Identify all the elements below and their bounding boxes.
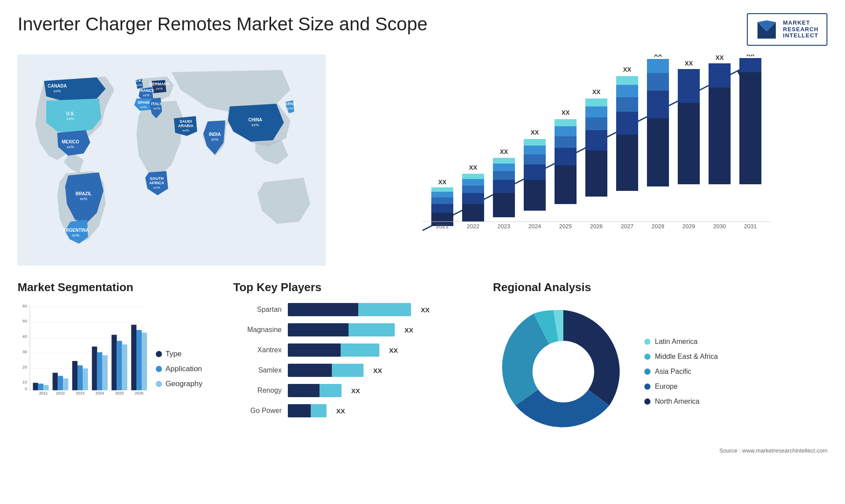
svg-text:xx%: xx% bbox=[156, 87, 162, 91]
svg-text:U.K.: U.K. bbox=[135, 78, 143, 83]
svg-rect-123 bbox=[52, 373, 58, 391]
svg-rect-141 bbox=[142, 332, 147, 390]
svg-rect-60 bbox=[524, 154, 546, 164]
svg-text:XX: XX bbox=[438, 179, 447, 186]
svg-rect-76 bbox=[585, 99, 607, 106]
svg-rect-47 bbox=[462, 179, 484, 186]
svg-text:XX: XX bbox=[746, 55, 755, 58]
svg-rect-100 bbox=[739, 72, 761, 184]
svg-text:xx%: xx% bbox=[211, 137, 218, 142]
svg-text:40: 40 bbox=[22, 334, 28, 339]
svg-rect-86 bbox=[647, 118, 669, 186]
player-bars-xantrex bbox=[288, 343, 379, 357]
svg-rect-62 bbox=[524, 139, 546, 146]
svg-text:xx%: xx% bbox=[140, 105, 147, 109]
regional-section: Regional Analysis bbox=[493, 281, 827, 454]
svg-rect-74 bbox=[585, 117, 607, 130]
svg-text:2021: 2021 bbox=[436, 223, 449, 230]
player-row-renogy: Renogy XX bbox=[233, 384, 475, 397]
svg-text:2027: 2027 bbox=[621, 223, 634, 230]
bar-dark-spartan bbox=[288, 303, 358, 316]
segmentation-chart: 60 50 40 30 20 10 0 bbox=[18, 300, 149, 397]
svg-rect-127 bbox=[72, 361, 77, 391]
svg-rect-61 bbox=[524, 146, 546, 154]
svg-text:CHINA: CHINA bbox=[248, 117, 262, 122]
player-name-renogy: Renogy bbox=[233, 387, 282, 394]
svg-rect-48 bbox=[462, 174, 484, 179]
svg-rect-46 bbox=[462, 186, 484, 193]
svg-text:JAPAN: JAPAN bbox=[283, 102, 296, 106]
svg-text:xx%: xx% bbox=[182, 128, 189, 132]
player-row-magnasine: Magnasine XX bbox=[233, 323, 475, 336]
svg-text:XX: XX bbox=[685, 60, 693, 67]
svg-text:xx%: xx% bbox=[72, 233, 79, 237]
legend-type-label: Type bbox=[165, 350, 182, 358]
logo: MARKET RESEARCH INTELLECT bbox=[747, 13, 827, 46]
svg-point-144 bbox=[533, 341, 594, 402]
svg-rect-39 bbox=[431, 197, 453, 204]
svg-rect-68 bbox=[555, 126, 577, 136]
svg-text:ARABIA: ARABIA bbox=[178, 124, 194, 128]
svg-text:50: 50 bbox=[22, 318, 28, 323]
svg-text:xx%: xx% bbox=[143, 93, 149, 97]
page-container: Inverter Charger Remotes Market Size and… bbox=[0, 0, 845, 504]
svg-rect-125 bbox=[63, 379, 68, 391]
logo-text: MARKET RESEARCH INTELLECT bbox=[783, 20, 819, 40]
donut-chart bbox=[493, 301, 634, 442]
svg-rect-132 bbox=[97, 352, 103, 390]
svg-text:XX: XX bbox=[531, 129, 539, 136]
svg-text:GERMANY: GERMANY bbox=[149, 82, 169, 86]
svg-text:2022: 2022 bbox=[56, 391, 65, 395]
svg-text:xx%: xx% bbox=[153, 106, 160, 110]
svg-text:20: 20 bbox=[22, 365, 28, 369]
legend-europe: Europe bbox=[644, 383, 718, 391]
svg-text:2025: 2025 bbox=[559, 223, 572, 230]
svg-rect-75 bbox=[585, 106, 607, 117]
svg-rect-44 bbox=[462, 204, 484, 222]
svg-text:2021: 2021 bbox=[39, 391, 48, 395]
growth-bar-chart: XX 2021 XX 2022 XX 2023 bbox=[343, 55, 827, 266]
player-name-samlex: Samlex bbox=[233, 366, 282, 374]
player-row-spartan: Spartan XX bbox=[233, 303, 475, 316]
svg-text:ITALY: ITALY bbox=[151, 102, 162, 106]
svg-rect-82 bbox=[616, 85, 638, 97]
svg-text:2029: 2029 bbox=[683, 223, 695, 230]
legend-la-dot bbox=[644, 339, 650, 345]
svg-text:2024: 2024 bbox=[529, 223, 541, 230]
svg-text:INDIA: INDIA bbox=[209, 132, 220, 137]
svg-rect-55 bbox=[493, 158, 515, 164]
growth-chart-section: XX 2021 XX 2022 XX 2023 bbox=[343, 55, 827, 267]
svg-rect-124 bbox=[58, 376, 63, 391]
svg-rect-69 bbox=[555, 119, 577, 126]
legend-eu-label: Europe bbox=[655, 383, 678, 391]
player-name-magnasine: Magnasine bbox=[233, 326, 282, 334]
svg-text:xx%: xx% bbox=[66, 117, 74, 121]
svg-text:2025: 2025 bbox=[115, 391, 124, 395]
svg-text:2030: 2030 bbox=[713, 223, 726, 230]
svg-rect-129 bbox=[83, 369, 88, 391]
svg-text:xx%: xx% bbox=[80, 197, 87, 201]
regional-legend: Latin America Middle East & Africa Asia … bbox=[644, 338, 718, 405]
key-players-title: Top Key Players bbox=[233, 281, 475, 294]
svg-rect-121 bbox=[44, 385, 49, 390]
player-row-gopower: Go Power XX bbox=[233, 404, 475, 417]
svg-rect-128 bbox=[77, 365, 83, 391]
segmentation-section: Market Segmentation 60 50 40 30 20 10 0 bbox=[18, 281, 202, 454]
svg-text:2022: 2022 bbox=[467, 223, 480, 230]
legend-ap-dot bbox=[644, 369, 650, 375]
svg-rect-66 bbox=[555, 148, 577, 165]
svg-text:MEXICO: MEXICO bbox=[62, 139, 79, 144]
svg-text:2028: 2028 bbox=[652, 223, 665, 230]
svg-rect-119 bbox=[33, 383, 38, 390]
legend-type-dot bbox=[156, 351, 162, 357]
legend-mea-label: Middle East & Africa bbox=[655, 353, 718, 361]
svg-text:XX: XX bbox=[500, 148, 508, 155]
svg-rect-101 bbox=[739, 58, 761, 72]
source-credit: Source : www.marketresearchintellect.com bbox=[493, 446, 827, 454]
svg-rect-54 bbox=[493, 164, 515, 171]
svg-text:SAUDI: SAUDI bbox=[180, 119, 192, 124]
player-bars-magnasine bbox=[288, 323, 395, 336]
svg-text:AFRICA: AFRICA bbox=[149, 181, 164, 185]
svg-rect-73 bbox=[585, 130, 607, 150]
player-bars-renogy bbox=[288, 384, 342, 397]
